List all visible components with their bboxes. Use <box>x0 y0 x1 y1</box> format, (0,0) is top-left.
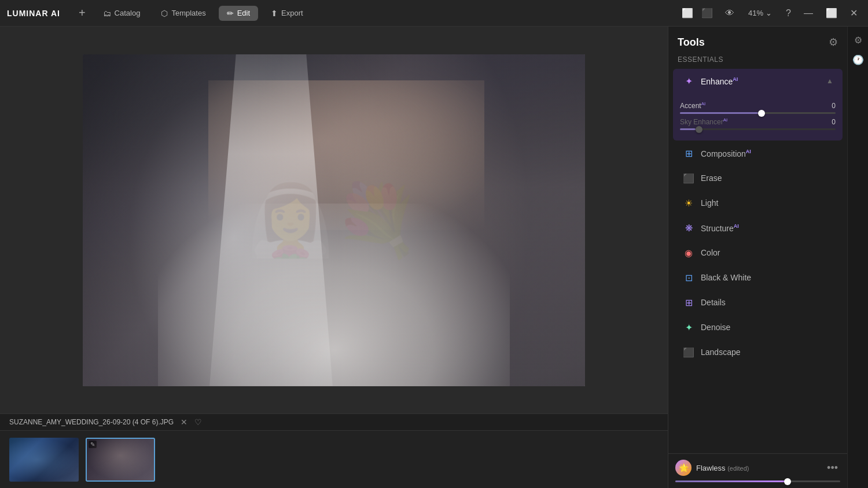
single-view-button[interactable]: ⬜ <box>679 6 696 20</box>
structure-icon: ❋ <box>682 221 695 234</box>
structure-label: StructureAI <box>701 223 833 233</box>
side-icons: ⚙ 🕐 <box>847 27 868 488</box>
enhance-icon: ✦ <box>682 75 695 87</box>
edit-button[interactable]: ✏ Edit <box>219 6 258 21</box>
split-view-button[interactable]: ⬛ <box>698 6 716 20</box>
essentials-label: Essentials <box>668 53 847 68</box>
view-toggle: ⬜ ⬛ <box>679 6 716 20</box>
minimize-button[interactable]: — <box>800 6 816 21</box>
accent-value: 0 <box>824 102 836 110</box>
side-tools-button[interactable]: ⚙ <box>849 31 867 49</box>
light-tool[interactable]: ☀ Light <box>673 191 843 215</box>
sky-enhancer-track <box>680 128 836 130</box>
panel-settings-button[interactable]: ⚙ <box>829 36 838 49</box>
erase-label: Erase <box>701 173 833 183</box>
help-button[interactable]: ? <box>782 6 795 21</box>
enhance-tool[interactable]: ✦ EnhanceAI ▲ <box>673 69 843 93</box>
templates-icon: ⬡ <box>161 9 168 18</box>
close-photo-button[interactable]: ✕ <box>181 417 187 427</box>
export-icon: ⬆ <box>271 9 278 18</box>
filename-bar: SUZANNE_AMY_WEDDING_26-09-20 (4 OF 6).JP… <box>0 413 668 430</box>
maximize-button[interactable]: ⬜ <box>822 5 841 21</box>
sky-enhancer-thumb[interactable] <box>696 126 703 133</box>
main-area: SUZANNE_AMY_WEDDING_26-09-20 (4 OF 6).JP… <box>0 27 868 488</box>
flawless-slider-thumb[interactable] <box>784 478 791 485</box>
light-label: Light <box>701 198 833 208</box>
structure-tool[interactable]: ❋ StructureAI <box>673 216 843 240</box>
bw-icon: ⊡ <box>682 271 695 284</box>
enhance-collapse-arrow: ▲ <box>826 77 833 85</box>
flawless-slider-track <box>675 480 840 482</box>
catalog-button[interactable]: 🗂 Catalog <box>95 6 149 21</box>
landscape-tool[interactable]: ⬛ Landscape <box>673 340 843 364</box>
denoise-icon: ✦ <box>682 321 695 334</box>
denoise-label: Denoise <box>701 323 833 332</box>
topbar: LUMINAR AI + 🗂 Catalog ⬡ Templates ✏ Edi… <box>0 0 868 27</box>
flawless-more-button[interactable]: ••• <box>825 462 840 474</box>
canvas-area: SUZANNE_AMY_WEDDING_26-09-20 (4 OF 6).JP… <box>0 27 668 488</box>
catalog-icon: 🗂 <box>103 9 111 18</box>
details-icon: ⊞ <box>682 296 695 309</box>
sky-enhancer-label: Sky EnhancerAI <box>680 117 727 126</box>
favorite-button[interactable]: ♡ <box>194 417 202 427</box>
main-photo <box>83 54 585 386</box>
color-label: Color <box>701 248 833 257</box>
color-icon: ◉ <box>682 246 695 259</box>
panel-header: Tools ⚙ <box>668 27 847 53</box>
thumbnail-1[interactable] <box>9 438 79 482</box>
details-tool[interactable]: ⊞ Details <box>673 290 843 315</box>
denoise-tool[interactable]: ✦ Denoise <box>673 315 843 339</box>
composition-tool[interactable]: ⊞ CompositionAI <box>673 141 843 165</box>
photo-container[interactable] <box>0 27 668 413</box>
accent-slider-row: AccentAI 0 <box>680 101 836 114</box>
flawless-icon: 🌟 <box>675 460 692 476</box>
landscape-label: Landscape <box>701 347 833 357</box>
flawless-name: Flawless (edited) <box>696 464 820 472</box>
accent-fill <box>680 112 758 114</box>
flawless-slider-fill <box>675 480 788 482</box>
sky-enhancer-fill <box>680 128 696 130</box>
preview-button[interactable]: 👁 <box>722 6 738 21</box>
enhance-label: EnhanceAI <box>701 76 821 86</box>
color-tool[interactable]: ◉ Color <box>673 241 843 265</box>
flawless-edited: (edited) <box>727 465 749 472</box>
erase-tool[interactable]: ⬛ Erase <box>673 166 843 190</box>
thumbnail-2[interactable]: ✎ <box>86 438 155 482</box>
close-button[interactable]: ✕ <box>847 5 861 21</box>
zoom-display[interactable]: 41% ⌄ <box>744 6 777 20</box>
accent-track <box>680 112 836 114</box>
side-history-button[interactable]: 🕐 <box>849 51 867 68</box>
filename-text: SUZANNE_AMY_WEDDING_26-09-20 (4 OF 6).JP… <box>9 418 174 426</box>
edit-icon: ✏ <box>227 9 234 18</box>
panel-bottom: 🌟 Flawless (edited) ••• <box>668 453 847 488</box>
light-icon: ☀ <box>682 197 695 209</box>
export-button[interactable]: ⬆ Export <box>263 6 311 21</box>
tools-list: ✦ EnhanceAI ▲ AccentAI 0 <box>668 68 847 453</box>
details-label: Details <box>701 298 833 307</box>
sky-enhancer-slider-row: Sky EnhancerAI 0 <box>680 117 836 130</box>
app-logo: LUMINAR AI <box>7 9 60 18</box>
landscape-icon: ⬛ <box>682 346 695 358</box>
right-panel: Tools ⚙ Essentials ✦ EnhanceAI ▲ AccentA… <box>668 27 847 488</box>
flawless-row: 🌟 Flawless (edited) ••• <box>675 460 840 476</box>
bw-label: Black & White <box>701 273 833 282</box>
templates-button[interactable]: ⬡ Templates <box>153 6 214 21</box>
filmstrip: ✎ <box>0 430 668 488</box>
edit-badge: ✎ <box>89 441 97 448</box>
composition-label: CompositionAI <box>701 149 833 158</box>
bw-tool[interactable]: ⊡ Black & White <box>673 265 843 290</box>
sky-enhancer-value: 0 <box>824 118 836 126</box>
enhance-panel: AccentAI 0 Sky EnhancerAI 0 <box>673 93 843 141</box>
composition-icon: ⊞ <box>682 147 695 160</box>
add-button[interactable]: + <box>74 5 90 21</box>
accent-label: AccentAI <box>680 101 705 110</box>
erase-icon: ⬛ <box>682 172 695 184</box>
panel-title: Tools <box>678 36 705 49</box>
accent-thumb[interactable] <box>758 110 765 117</box>
